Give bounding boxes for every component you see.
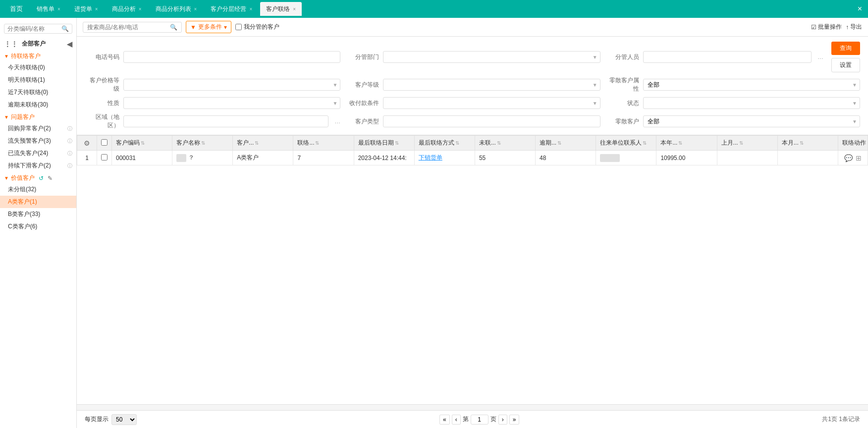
sidebar-item-class-b[interactable]: B类客户(33) <box>0 208 76 220</box>
top-navigation: 首页 销售单 × 进货单 × 商品分析 × 商品分析列表 × 客户分层经营 × … <box>0 0 868 18</box>
close-customer-layer[interactable]: × <box>249 6 252 12</box>
edit-icon[interactable]: ✎ <box>48 175 53 182</box>
nav-home[interactable]: 首页 <box>4 2 29 16</box>
th-name[interactable]: 客户名称⇅ <box>172 136 233 151</box>
sidebar-item-class-c[interactable]: C类客户(6) <box>0 220 76 233</box>
th-not-contact[interactable]: 未联...⇅ <box>475 136 535 151</box>
th-overdue[interactable]: 逾期...⇅ <box>536 136 596 151</box>
more-filter-btn[interactable]: ▼ 更多条件 ▾ <box>186 21 231 33</box>
window-close-btn[interactable]: × <box>856 2 864 15</box>
last-method-link[interactable]: 下销货单 <box>419 154 442 161</box>
unit-contact-avatar <box>600 154 620 162</box>
filter-row-dept: 分管部门 ▼ <box>344 42 600 72</box>
region-input[interactable] <box>123 115 328 127</box>
nav-sales-order[interactable]: 销售单 × <box>31 2 66 16</box>
sidebar-item-today-pending[interactable]: 今天待联络(0) <box>0 61 76 74</box>
dept-select[interactable] <box>383 51 600 63</box>
td-name[interactable]: ？ <box>172 151 233 165</box>
sort-this-month: ⇅ <box>800 140 804 146</box>
close-product-analysis-list[interactable]: × <box>194 6 197 12</box>
export-btn[interactable]: ↑ 导出 <box>846 23 862 31</box>
td-last-method[interactable]: 下销货单 <box>414 151 475 165</box>
grid-icon[interactable]: ⊞ <box>856 154 862 162</box>
th-last-method[interactable]: 最后联络方式⇅ <box>414 136 475 151</box>
td-last-month <box>717 151 777 165</box>
my-customer-checkbox[interactable]: 我分管的客户 <box>235 23 279 31</box>
page-input[interactable] <box>471 415 488 425</box>
th-this-month[interactable]: 本月...⇅ <box>777 136 838 151</box>
gear-icon[interactable]: ⚙ <box>84 139 90 147</box>
last-page-btn[interactable]: » <box>509 415 520 425</box>
th-this-year[interactable]: 本年...⇅ <box>656 136 717 151</box>
sidebar-all-customers[interactable]: ⋮⋮ 全部客户 ◀ <box>0 38 76 50</box>
sidebar-item-7day-pending[interactable]: 近7天待联络(0) <box>0 86 76 99</box>
page-label: 第 <box>463 415 469 424</box>
sort-type: ⇅ <box>255 140 259 146</box>
retail-customer-select[interactable]: 全部 <box>643 115 860 127</box>
td-checkbox[interactable] <box>97 151 112 165</box>
retail-attr-select[interactable]: 全部 <box>643 79 860 91</box>
sidebar-item-tomorrow-pending[interactable]: 明天待联络(1) <box>0 74 76 86</box>
chevron-icon: ▾ <box>224 24 227 31</box>
person-input[interactable] <box>643 51 812 63</box>
th-last-date[interactable]: 最后联络日期⇅ <box>354 136 414 151</box>
th-code[interactable]: 客户编码⇅ <box>112 136 172 151</box>
first-page-btn[interactable]: « <box>439 415 450 425</box>
filter-row-retail-attr: 零散客户属性 全部 ▼ <box>604 76 860 93</box>
close-customer-contact[interactable]: × <box>293 6 296 12</box>
my-customer-check[interactable] <box>235 24 242 30</box>
nav-customer-layer[interactable]: 客户分层经营 × <box>205 2 258 16</box>
row-checkbox[interactable] <box>101 154 108 160</box>
th-last-month[interactable]: 上月...⇅ <box>717 136 777 151</box>
th-checkbox[interactable] <box>97 136 112 151</box>
bottom-bar: 每页显示 50 100 200 « ‹ 第 页 › » 共1页 1条记录 <box>77 410 868 428</box>
sidebar-item-overdue-pending[interactable]: 逾期未联络(30) <box>0 99 76 111</box>
select-all-checkbox[interactable] <box>101 139 108 146</box>
next-page-btn[interactable]: › <box>498 415 507 425</box>
page-size-wrap: 每页显示 50 100 200 <box>85 414 137 425</box>
region-more-icon[interactable]: … <box>334 118 340 125</box>
query-button[interactable]: 查询 <box>831 42 860 55</box>
th-unit-contact[interactable]: 往来单位联系人⇅ <box>596 136 656 151</box>
filter-row-level: 客户等级 ▼ <box>344 76 600 93</box>
close-purchase-order[interactable]: × <box>95 6 98 12</box>
sidebar-item-class-a[interactable]: A类客户(1) <box>0 196 76 208</box>
sidebar-search-wrap: 🔍 <box>4 24 72 34</box>
toolbar-search-input[interactable] <box>87 24 168 31</box>
horizontal-scrollbar[interactable] <box>77 404 868 410</box>
nav-product-analysis[interactable]: 商品分析 × <box>106 2 148 16</box>
collapse-icon[interactable]: ◀ <box>67 40 72 48</box>
nav-product-analysis-list[interactable]: 商品分析列表 × <box>150 2 203 16</box>
page-size-select[interactable]: 50 100 200 <box>111 414 137 425</box>
sidebar-item-churned[interactable]: 已流失客户(24) ⓘ <box>0 147 76 160</box>
person-more-icon[interactable]: … <box>817 54 823 60</box>
price-level-select[interactable] <box>123 79 340 91</box>
close-sales-order[interactable]: × <box>57 6 60 12</box>
nav-customer-contact[interactable]: 客户联络 × <box>260 2 302 16</box>
info-icon-declining: ⓘ <box>67 162 72 169</box>
level-select-wrap: ▼ <box>383 79 600 91</box>
th-type[interactable]: 客户...⇅ <box>233 136 293 151</box>
status-select[interactable] <box>643 97 860 109</box>
sidebar-item-repurchase[interactable]: 回购异常客户(2) ⓘ <box>0 122 76 135</box>
filter-icon: ▼ <box>190 24 196 31</box>
nav-purchase-order[interactable]: 进货单 × <box>68 2 104 16</box>
sidebar-item-churn-warning[interactable]: 流失预警客户(3) ⓘ <box>0 135 76 147</box>
toolbar-right: ☑ 批量操作 ↑ 导出 <box>811 23 862 31</box>
set-button[interactable]: 设置 <box>831 58 860 72</box>
phone-input[interactable] <box>123 51 340 63</box>
th-gear[interactable]: ⚙ <box>77 136 97 151</box>
refresh-icon[interactable]: ↺ <box>39 175 44 182</box>
close-product-analysis[interactable]: × <box>139 6 142 12</box>
th-contact[interactable]: 联络...⇅ <box>293 136 354 151</box>
chat-icon[interactable]: 💬 <box>844 154 853 162</box>
payment-select[interactable] <box>383 97 600 109</box>
nature-select[interactable] <box>123 97 340 109</box>
sidebar-search-input[interactable] <box>7 25 61 32</box>
sidebar-item-declining[interactable]: 持续下滑客户(2) ⓘ <box>0 160 76 172</box>
prev-page-btn[interactable]: ‹ <box>452 415 461 425</box>
level-select[interactable] <box>383 79 600 91</box>
batch-op-btn[interactable]: ☑ 批量操作 <box>811 23 842 31</box>
sidebar-item-ungrouped[interactable]: 未分组(32) <box>0 183 76 196</box>
customer-type-input[interactable] <box>383 115 600 127</box>
